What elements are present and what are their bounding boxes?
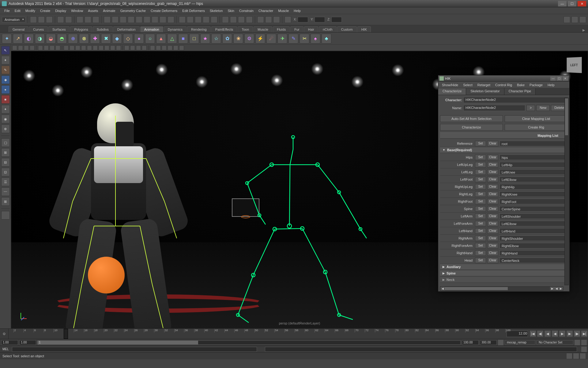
history-icon[interactable] (230, 16, 237, 23)
menu-character[interactable]: Character (256, 9, 276, 13)
shelf-scroll-right-icon[interactable]: ▶ (579, 28, 588, 32)
shelf-tab-curves[interactable]: Curves (29, 26, 48, 32)
layout-four-icon[interactable]: ⊞ (1, 148, 10, 157)
viewport-tool-icon[interactable] (64, 45, 69, 50)
shelf-tool-icon[interactable]: ♠ (311, 34, 320, 44)
viewport-tool-icon[interactable] (38, 45, 43, 50)
shelf-tool-icon[interactable]: □ (189, 34, 199, 44)
hik-menu-control-rig[interactable]: Control Rig (493, 83, 514, 87)
shelf-tool-icon[interactable]: ♣ (322, 34, 331, 44)
status-icon[interactable] (567, 353, 572, 359)
viewport-tool-icon[interactable] (87, 45, 92, 50)
menu-animate[interactable]: Animate (100, 9, 118, 13)
name-go-button[interactable]: > (526, 105, 535, 111)
joint-set-button[interactable]: Set (475, 155, 486, 160)
shelf-tab-animation[interactable]: Animation (140, 26, 163, 32)
hik-hscrollbar[interactable]: ◀▶◀▶ (440, 286, 563, 291)
shelf-tab-deformation[interactable]: Deformation (113, 26, 140, 32)
viewport-tool-icon[interactable] (150, 45, 155, 50)
new-scene-icon[interactable] (30, 16, 37, 23)
ipr-icon[interactable] (265, 16, 272, 23)
shelf-tab-custom[interactable]: Custom (337, 26, 357, 32)
menu-file[interactable]: File (2, 9, 12, 13)
select-component-icon[interactable] (92, 16, 99, 23)
cmd-language-label[interactable]: MEL (1, 347, 10, 351)
mask-icon[interactable] (136, 16, 142, 23)
menu-edit-deformers[interactable]: Edit Deformers (180, 9, 207, 13)
joint-clear-button[interactable]: Clear (487, 184, 498, 190)
shelf-tool-icon[interactable]: ★ (200, 34, 210, 44)
layout-two-icon[interactable]: ⊟ (1, 158, 10, 167)
select-object-icon[interactable] (85, 16, 91, 23)
script-editor-icon[interactable] (581, 347, 587, 352)
scale-tool-icon[interactable]: ■ (1, 95, 10, 104)
joint-value[interactable]: RightElbow (499, 243, 567, 248)
shelf-tool-icon[interactable]: ◐ (24, 34, 34, 44)
shelf-tool-icon[interactable]: ◆ (112, 34, 122, 44)
command-input[interactable] (12, 347, 257, 352)
joint-value[interactable]: LeftKnee (499, 169, 567, 175)
show-manip-icon[interactable]: ⊕ (1, 125, 10, 133)
shelf-tool-icon[interactable]: △ (167, 34, 177, 44)
viewport-tool-icon[interactable] (136, 45, 141, 50)
joint-value[interactable]: RightKnee (499, 191, 567, 197)
coord-x-input[interactable] (298, 17, 308, 22)
joint-set-button[interactable]: Set (475, 228, 486, 234)
hik-titlebar[interactable]: HIK — ☐ ✕ (438, 75, 569, 82)
undo-icon[interactable] (57, 16, 64, 23)
coord-z-input[interactable] (331, 17, 342, 22)
joint-clear-button[interactable]: Clear (487, 199, 498, 204)
menu-create[interactable]: Create (38, 9, 53, 13)
current-frame-marker[interactable] (64, 329, 68, 339)
shelf-tab-surfaces[interactable]: Surfaces (48, 26, 70, 32)
shelf-tool-icon[interactable]: ⊕ (68, 34, 78, 44)
shelf-tool-icon[interactable]: ✦ (2, 34, 12, 44)
viewport-tool-icon[interactable] (12, 45, 17, 50)
snap-point-icon[interactable] (195, 16, 202, 23)
viewport-tool-icon[interactable] (18, 45, 23, 50)
layout-outliner-icon[interactable]: ☰ (1, 178, 10, 186)
menu-assets[interactable]: Assets (85, 9, 100, 13)
shelf-tool-icon[interactable]: ◇ (123, 34, 133, 44)
shelf-tab-fur[interactable]: Fur (290, 26, 303, 32)
anim-prefs-icon[interactable] (581, 340, 587, 345)
step-forward-key-button[interactable]: |▶ (574, 330, 580, 337)
joint-set-button[interactable]: Set (475, 236, 486, 241)
step-back-key-button[interactable]: ◀| (537, 330, 544, 337)
shelf-tab-general[interactable]: General (9, 26, 28, 32)
hik-menu-retarget[interactable]: Retarget (475, 83, 493, 87)
shelf-tab-muscle[interactable]: Muscle (254, 26, 272, 32)
joint-clear-button[interactable]: Clear (487, 155, 498, 160)
reference-value[interactable]: root (499, 141, 567, 146)
hik-close-button[interactable]: ✕ (563, 76, 568, 81)
status-icon[interactable] (573, 353, 579, 359)
viewport-tool-icon[interactable] (104, 45, 109, 50)
viewport-tool-icon[interactable] (75, 45, 80, 50)
menu-constrain[interactable]: Constrain (237, 9, 256, 13)
shelf-tab-rendering[interactable]: Rendering (187, 26, 211, 32)
joint-set-button[interactable]: Set (475, 184, 486, 190)
go-start-button[interactable]: |◀ (530, 330, 536, 337)
joint-set-button[interactable]: Set (475, 250, 486, 256)
joint-clear-button[interactable]: Clear (487, 258, 498, 263)
play-back-button[interactable]: ◀ (552, 330, 558, 337)
joint-set-button[interactable]: Set (475, 213, 486, 219)
menu-display[interactable]: Display (53, 9, 69, 13)
mask-icon[interactable] (104, 16, 111, 23)
shelf-tool-icon[interactable]: ✚ (90, 34, 100, 44)
viewport-tool-icon[interactable] (116, 45, 121, 50)
joint-set-button[interactable]: Set (475, 199, 486, 204)
joint-value[interactable]: LeftElbow (499, 221, 567, 226)
character-set-dropdown[interactable]: No Character Set (537, 340, 573, 345)
viewport-tool-icon[interactable] (30, 45, 35, 50)
shelf-tab-toon[interactable]: Toon (238, 26, 253, 32)
viewport-tool-icon[interactable] (162, 45, 167, 50)
autokey-icon[interactable] (575, 340, 580, 345)
shelf-tool-icon[interactable]: ▲ (156, 34, 166, 44)
viewport-tool-icon[interactable] (168, 45, 172, 50)
shelf-tool-icon[interactable]: ❀ (233, 34, 243, 44)
joint-set-button[interactable]: Set (475, 177, 486, 182)
shelf-tool-icon[interactable]: ● (134, 34, 144, 44)
neck-section-header[interactable]: ▶Neck (440, 277, 567, 283)
hik-menu-select[interactable]: Select (461, 83, 475, 87)
